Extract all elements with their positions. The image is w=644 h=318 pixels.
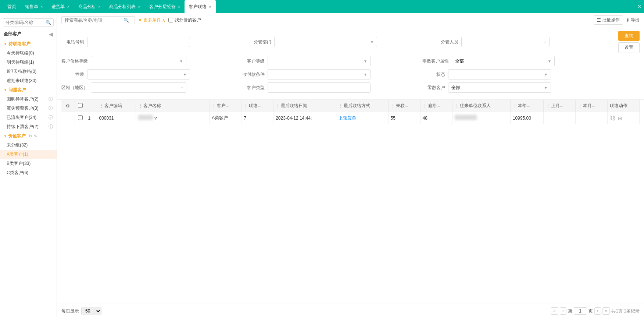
settings-gear-icon[interactable]: ⚙ [66, 103, 70, 109]
set-btn[interactable]: 设置 [618, 42, 640, 53]
tab-customer-contact[interactable]: 客户联络 × [185, 0, 215, 13]
query-btn[interactable]: 查询 [618, 31, 640, 41]
refresh-icon[interactable]: ↻ [29, 134, 32, 139]
filter-customer-type-input[interactable] [268, 82, 371, 93]
filter-price-level: 客户价格等级 ▼ [61, 56, 235, 66]
last-method-link[interactable]: 下销货单 [339, 115, 356, 120]
my-customer-check[interactable] [168, 18, 173, 22]
sidebar-item-overdue[interactable]: 逾期未联络(30) [0, 76, 57, 85]
close-all-tabs[interactable]: × [638, 3, 641, 10]
sidebar-item-class-a[interactable]: A类客户(1) [0, 150, 57, 159]
tab-home-label: 首页 [7, 4, 16, 10]
filter-retail-attr-value: 全部 [455, 58, 464, 64]
page-nav: « ‹ 第 页 › » 共1页 1条记录 [551, 307, 640, 315]
tab-purchase[interactable]: 进货单 × [47, 0, 74, 13]
all-customers-section[interactable]: 全部客户 ◀ [0, 29, 57, 39]
table-select-all[interactable] [78, 103, 83, 108]
tab-home[interactable]: 首页 [3, 0, 21, 13]
first-page-btn[interactable]: « [551, 307, 558, 315]
filter-status-arrow: ▼ [544, 73, 548, 77]
customer-name-blur [138, 115, 153, 120]
th-checkbox [75, 100, 86, 112]
filter-region-select[interactable]: ··· [91, 82, 186, 93]
filter-retail-attr-label: 零散客户属性 [422, 58, 452, 64]
sidebar-item-abnormal[interactable]: 囤购异常客户(2) ⓘ [0, 95, 57, 104]
tab-customer-segment[interactable]: 客户分层经营 × [145, 0, 185, 13]
tab-customer-contact-close[interactable]: × [209, 4, 211, 9]
td-contact-count: 7 [242, 112, 273, 124]
tab-analysis-list-close[interactable]: × [138, 4, 140, 9]
filter-phone-label: 电话号码 [61, 39, 87, 45]
th-contact: ⋮联络... [242, 100, 273, 112]
filter-status-select[interactable]: ▼ [448, 69, 551, 80]
next-page-btn[interactable]: › [594, 307, 601, 315]
filter-icon: ▼ [138, 18, 142, 23]
sidebar-item-today[interactable]: 今天待联络(0) [0, 49, 57, 58]
sidebar-item-class-c[interactable]: C类客户(6) [0, 168, 57, 177]
filter-nature-label: 性质 [61, 71, 87, 78]
sidebar-item-churn-warning[interactable]: 流失预警客户(3) ⓘ [0, 104, 57, 113]
page-size-label: 每页显示 [61, 308, 79, 314]
edit-icon[interactable]: ✎ [34, 134, 37, 139]
batch-operation-btn[interactable]: ☰ 批量操作 [594, 15, 623, 25]
filter-retail-attr-select[interactable]: 全部 ▼ [452, 56, 555, 66]
info-icon-1[interactable]: ⓘ [49, 96, 53, 102]
my-customer-label: 我分管的客户 [175, 17, 201, 23]
last-page-btn[interactable]: » [602, 307, 610, 315]
filter-customer-level-select[interactable]: ▼ [268, 56, 371, 66]
sidebar-search-box[interactable]: 🔍 [3, 18, 54, 26]
filter-phone-input[interactable] [87, 37, 190, 47]
filter-retail-select[interactable]: 全部 ▼ [448, 82, 551, 93]
filter-row-1: 电话号码 分管部门 ▼ 分管人员 ··· [61, 31, 640, 53]
td-last-method: 下销货单 [336, 112, 388, 124]
filter-status-label: 状态 [422, 71, 448, 78]
prev-page-btn[interactable]: ‹ [560, 307, 566, 315]
filter-more-btn[interactable]: ▼ 更多条件 ∧ [138, 17, 165, 23]
action-buttons: 查询 设置 [618, 31, 640, 53]
sidebar-collapse-btn[interactable]: ◀ [49, 31, 53, 37]
sidebar-search-input[interactable] [6, 20, 46, 25]
th-no-contact: ⋮未联... [388, 100, 420, 112]
tab-purchase-close[interactable]: × [67, 4, 69, 9]
th-settings[interactable]: ⚙ [61, 100, 75, 112]
tab-analysis-label: 商品分析 [78, 4, 96, 10]
table-scroll[interactable]: ⚙ ⋮客户编码 ⋮客户名称 [61, 100, 640, 124]
group-problem-title[interactable]: 问题客户 [0, 85, 57, 95]
tab-sales-close[interactable]: × [40, 4, 43, 9]
filter-customer-level: 客户等级 ▼ [242, 56, 415, 66]
export-btn[interactable]: ⬇ 导出 [626, 15, 640, 25]
sidebar-item-unclassified[interactable]: 未分组(32) [0, 141, 57, 150]
sidebar-item-churned[interactable]: 已流失客户(24) ⓘ [0, 113, 57, 122]
tab-analysis-list[interactable]: 商品分析列表 × [105, 0, 144, 13]
filter-price-level-select[interactable]: ▼ [91, 56, 186, 66]
th-num [86, 100, 97, 112]
info-icon-2[interactable]: ⓘ [49, 105, 53, 112]
sidebar-item-declining[interactable]: 持续下滑客户(2) ⓘ [0, 122, 57, 131]
sidebar-item-tomorrow[interactable]: 明天待联络(1) [0, 58, 57, 67]
tab-analysis[interactable]: 商品分析 × [74, 0, 105, 13]
page-number-input[interactable] [574, 307, 587, 315]
row-checkbox-1[interactable] [78, 115, 83, 120]
td-name: ? [136, 112, 210, 124]
my-customer-checkbox[interactable]: 我分管的客户 [168, 17, 201, 23]
filter-dept-select[interactable]: ▼ [274, 37, 377, 47]
tab-customer-segment-close[interactable]: × [178, 4, 180, 9]
action-link-icon[interactable]: ⛓ [610, 115, 615, 121]
total-info: 共1页 1条记录 [611, 308, 640, 314]
sidebar-item-7days[interactable]: 近7天待联络(0) [0, 67, 57, 76]
filter-payment: 收付款条件 ▼ [242, 69, 415, 80]
group-pending-title[interactable]: 待联络客户 [0, 39, 57, 49]
sidebar-item-class-b[interactable]: B类客户(33) [0, 159, 57, 168]
tab-analysis-close[interactable]: × [98, 4, 100, 9]
tab-sales[interactable]: 销售单 × [21, 0, 47, 13]
toolbar-search-box[interactable]: 🔍 [61, 16, 135, 24]
action-grid-icon[interactable]: ⊞ [618, 115, 622, 121]
info-icon-4[interactable]: ⓘ [49, 124, 53, 130]
info-icon-3[interactable]: ⓘ [49, 114, 53, 121]
toolbar-search-input[interactable] [65, 18, 124, 23]
page-end-label: 页 [588, 308, 593, 314]
filter-nature-select[interactable]: ▼ [87, 69, 190, 80]
page-size-select[interactable]: 50 100 200 [81, 307, 101, 315]
filter-person-select[interactable]: ··· [461, 37, 550, 47]
filter-payment-select[interactable]: ▼ [268, 69, 371, 80]
